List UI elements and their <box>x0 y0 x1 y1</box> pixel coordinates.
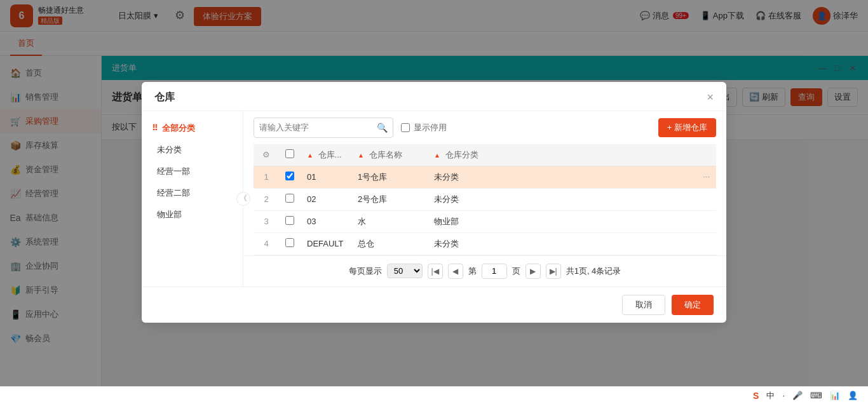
row-cat: 未分类 <box>428 232 716 255</box>
brand-s-icon: S <box>753 391 759 401</box>
modal-footer: 取消 确定 <box>142 286 726 323</box>
all-categories-item[interactable]: ⠿ 全部分类 <box>142 118 243 139</box>
row-checkbox[interactable] <box>285 172 294 180</box>
modal-header: 仓库 × <box>142 82 726 111</box>
grid-icon: ⠿ <box>152 123 158 133</box>
brand-logo-bottom: S <box>753 391 759 401</box>
row-name: 水 <box>351 210 428 232</box>
per-page-select[interactable]: 50 100 <box>387 264 423 278</box>
row-code: 01 <box>301 166 351 188</box>
page-label: 第 <box>468 266 477 277</box>
table-wrapper: ⚙ ▲ 仓库... ▲ <box>243 144 726 255</box>
user-status-icon[interactable]: 👤 <box>848 391 858 400</box>
row-cat: 未分类 ··· <box>428 166 716 188</box>
row-num: 4 <box>254 232 279 255</box>
warehouse-table: ⚙ ▲ 仓库... ▲ <box>254 144 716 255</box>
row-checkbox[interactable] <box>285 238 294 247</box>
row-checkbox-cell <box>279 188 301 210</box>
row-checkbox-cell <box>279 210 301 232</box>
keyboard-icon[interactable]: ⌨ <box>810 391 822 400</box>
col-header-check <box>279 144 301 166</box>
last-page-button[interactable]: ▶| <box>546 264 561 279</box>
row-num: 3 <box>254 210 279 232</box>
sort-icon: ▲ <box>307 152 313 159</box>
modal-close-button[interactable]: × <box>707 91 714 104</box>
row-checkbox[interactable] <box>285 194 294 203</box>
status-bar-zh: 中 <box>766 390 775 401</box>
status-bar-dot: · <box>782 391 785 400</box>
cat-item-unclassified[interactable]: 未分类 <box>142 139 243 161</box>
show-disabled-checkbox[interactable] <box>401 123 410 132</box>
pagination-area: 每页显示 50 100 |◀ ◀ 第 页 ▶ ▶| 共1页, 4条记录 <box>243 255 726 286</box>
show-disabled-checkbox-area: 显示停用 <box>401 122 447 133</box>
col-header-settings: ⚙ <box>254 144 279 166</box>
row-checkbox-cell <box>279 166 301 188</box>
row-name: 1号仓库 <box>351 166 428 188</box>
row-num: 1 <box>254 166 279 188</box>
page-suffix: 页 <box>512 266 520 277</box>
row-num: 2 <box>254 188 279 210</box>
cat-item-ops2[interactable]: 经营二部 <box>142 182 243 204</box>
add-warehouse-button[interactable]: + 新增仓库 <box>658 118 716 137</box>
total-label: 共1页, 4条记录 <box>566 266 621 277</box>
warehouse-modal: 仓库 × ⠿ 全部分类 未分类 经营一部 经营二部 <box>142 82 726 323</box>
row-cat: 未分类 <box>428 188 716 210</box>
table-row[interactable]: 4 DEFAULT 总仓 未分类 <box>254 232 716 255</box>
row-code: DEFAULT <box>301 232 351 255</box>
row-name: 总仓 <box>351 232 428 255</box>
row-code: 02 <box>301 188 351 210</box>
cat-item-property[interactable]: 物业部 <box>142 204 243 226</box>
mic-icon[interactable]: 🎤 <box>792 391 803 400</box>
category-sidebar: ⠿ 全部分类 未分类 经营一部 经营二部 物业部 《 <box>142 111 243 286</box>
col-header-cat[interactable]: ▲ 仓库分类 <box>428 144 716 166</box>
all-categories-label: 全部分类 <box>162 123 195 134</box>
col-header-code[interactable]: ▲ 仓库... <box>301 144 351 166</box>
sort-icon-name: ▲ <box>358 152 364 159</box>
search-box: 🔍 <box>254 118 393 138</box>
sort-icon-cat: ▲ <box>434 152 440 159</box>
modal-body: ⠿ 全部分类 未分类 经营一部 经营二部 物业部 《 <box>142 111 726 286</box>
table-row[interactable]: 3 03 水 物业部 <box>254 210 716 232</box>
row-checkbox-cell <box>279 232 301 255</box>
select-all-checkbox[interactable] <box>285 149 294 158</box>
table-toolbar: 🔍 显示停用 + 新增仓库 <box>243 111 726 144</box>
next-page-button[interactable]: ▶ <box>526 264 541 279</box>
cat-item-ops1[interactable]: 经营一部 <box>142 161 243 182</box>
cancel-button[interactable]: 取消 <box>622 295 665 315</box>
first-page-button[interactable]: |◀ <box>428 264 443 279</box>
chart-icon[interactable]: 📊 <box>830 391 840 400</box>
status-bar: S 中 · 🎤 ⌨ 📊 👤 <box>0 386 868 404</box>
per-page-label: 每页显示 <box>349 266 382 277</box>
modal-title: 仓库 <box>154 91 175 104</box>
search-icon: 🔍 <box>377 123 388 133</box>
search-input[interactable] <box>259 123 377 132</box>
category-collapse-button[interactable]: 《 <box>236 192 250 206</box>
confirm-button[interactable]: 确定 <box>672 295 714 315</box>
row-checkbox[interactable] <box>285 216 294 225</box>
table-row[interactable]: 2 02 2号仓库 未分类 <box>254 188 716 210</box>
show-disabled-label: 显示停用 <box>414 122 447 133</box>
row-code: 03 <box>301 210 351 232</box>
prev-page-button[interactable]: ◀ <box>448 264 463 279</box>
row-name: 2号仓库 <box>351 188 428 210</box>
row-more-button[interactable]: ··· <box>703 172 710 181</box>
col-header-name[interactable]: ▲ 仓库名称 <box>351 144 428 166</box>
table-gear-icon[interactable]: ⚙ <box>262 150 270 159</box>
modal-overlay: 仓库 × ⠿ 全部分类 未分类 经营一部 经营二部 <box>0 0 868 404</box>
table-area: 🔍 显示停用 + 新增仓库 <box>243 111 726 286</box>
table-row[interactable]: 1 01 1号仓库 未分类 ··· <box>254 166 716 188</box>
row-cat: 物业部 <box>428 210 716 232</box>
page-input[interactable] <box>482 264 507 279</box>
